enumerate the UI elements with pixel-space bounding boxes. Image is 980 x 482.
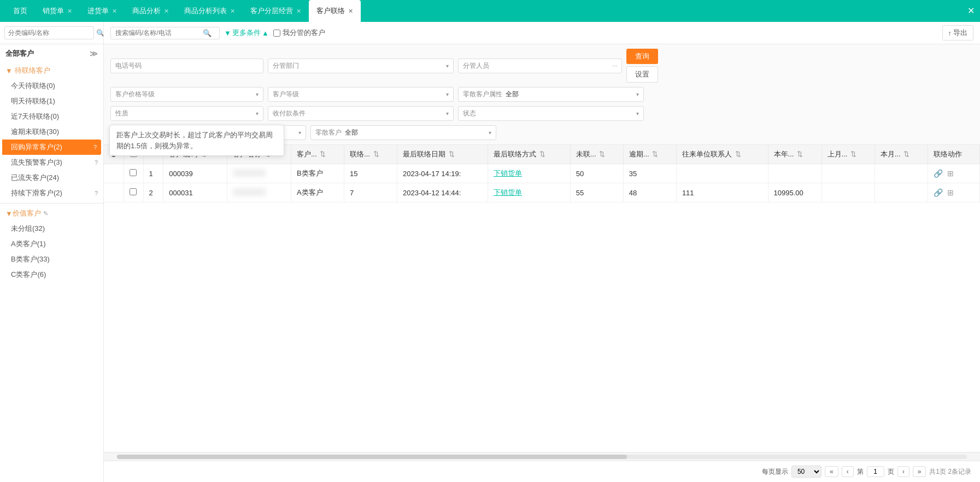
nav-customer-segmentation[interactable]: 客户分层经营 ✕ [243,0,309,22]
retail-attribute-filter[interactable]: 零散客户属性 全部 ▾ [458,87,644,102]
sidebar-item-class-b[interactable]: B类客户(33) [0,252,103,267]
page-size-select[interactable]: 50 100 200 [791,466,821,478]
help-icon[interactable]: ? [93,144,97,150]
my-customer-checkbox[interactable] [273,30,280,37]
sidebar-item-lost-customers[interactable]: 已流失客户(24) [0,170,103,185]
nav-purchase-order[interactable]: 进货单 ✕ [80,0,125,22]
nav-product-analysis[interactable]: 商品分析 ✕ [125,0,177,22]
next-page-button[interactable]: › [897,466,909,477]
sidebar-item-class-c[interactable]: C类客户(6) [0,267,103,282]
content-area: 🔍 ▼ 更多条件 ▲ 我分管的客户 ↑ 导出 [104,22,980,482]
window-close-button[interactable]: ✕ [967,5,975,16]
status-filter[interactable]: 状态 ▾ [458,106,644,121]
td-code[interactable]: 000031 [163,183,227,202]
export-button[interactable]: ↑ 导出 [942,25,974,40]
scrollbar-track [117,455,967,459]
th-no-contact[interactable]: 未联... ⇅ [570,145,623,164]
th-contact-count[interactable]: 联络... ⇅ [344,145,397,164]
sidebar-item-class-a[interactable]: A类客户(1) [0,236,103,252]
help-icon[interactable]: ? [95,159,98,166]
sidebar-search-bar: 🔍 [0,22,103,44]
sort-icon: ⇅ [797,150,803,158]
nav-home[interactable]: 首页 [5,0,35,22]
phone-filter[interactable]: 电话号码 [110,59,263,73]
payment-filter[interactable]: 收付款条件 ▾ [268,106,454,121]
td-unit-contact: 111 [676,183,768,202]
td-last-method[interactable]: 下销货单 [488,164,571,183]
td-checkbox[interactable] [124,183,143,202]
sidebar-search-input[interactable] [4,26,94,39]
grid-action-icon[interactable]: ⊞ [947,169,954,178]
customer-price-filter[interactable]: 客户价格等级 ▾ [110,87,263,102]
td-this-month [875,183,928,202]
pagination-bar: 每页显示 50 100 200 « ‹ 第 页 › » 共1页 2条记录 [104,461,980,482]
td-checkbox[interactable] [124,164,143,183]
sidebar-item-overdue-pending[interactable]: 逾期未联络(30) [0,124,103,140]
sidebar-item-declining-customers[interactable]: 持续下滑客户(2) ? [0,185,103,201]
sidebar-item-today-pending[interactable]: 今天待联络(0) [0,78,103,94]
page-number-input[interactable] [867,466,884,477]
sidebar-value-customers-section[interactable]: ▼ 价值客户 ✎ [0,206,103,221]
th-last-contact-date[interactable]: 最后联络日期 ⇅ [397,145,488,164]
gender-filter[interactable]: 性质 ▾ [110,106,263,121]
more-conditions-button[interactable]: ▼ 更多条件 ▲ [224,28,269,38]
first-page-button[interactable]: « [825,466,838,477]
th-action: 联络动作 [928,145,979,164]
sidebar-item-lost-warning[interactable]: 流失预警客户(3) ? [0,155,103,170]
grid-action-icon[interactable]: ⊞ [947,188,954,197]
search-icon[interactable]: 🔍 [96,29,104,37]
td-code[interactable]: 000039 [163,164,227,183]
toolbar: 🔍 ▼ 更多条件 ▲ 我分管的客户 ↑ 导出 [104,22,980,44]
filter-icon: ▼ [224,29,231,37]
close-icon[interactable]: ✕ [112,8,117,15]
chevron-down-icon: ▾ [446,91,449,97]
th-this-month[interactable]: 本月... ⇅ [875,145,928,164]
td-this-month [875,164,928,183]
dept-filter[interactable]: 分管部门 ▾ [268,59,454,73]
query-button[interactable]: 查询 [626,49,658,64]
scrollbar-thumb[interactable] [117,455,627,459]
th-this-year[interactable]: 本年... ⇅ [768,145,821,164]
sort-icon: ⇅ [652,150,658,158]
filter-row-2: 客户价格等级 ▾ 客户等级 ▾ 零散客户属性 全部 ▾ [110,87,973,102]
close-icon[interactable]: ✕ [296,8,301,15]
th-unit-contact[interactable]: 往来单位联系人 ⇅ [676,145,768,164]
close-icon[interactable]: ✕ [164,8,169,15]
help-icon[interactable]: ? [95,190,98,196]
edit-icon[interactable]: ✎ [43,210,48,217]
nav-customer-contact[interactable]: 客户联络 ✕ [309,0,361,22]
sidebar-item-unclassified[interactable]: 未分组(32) [0,221,103,236]
search-input[interactable] [115,29,203,37]
nav-product-analysis-list[interactable]: 商品分析列表 ✕ [177,0,243,22]
sidebar-pending-contact-section[interactable]: ▼ 待联络客户 [0,63,103,78]
td-this-year [768,164,821,183]
td-last-method[interactable]: 下销货单 [488,183,571,202]
sidebar-item-7days-pending[interactable]: 近7天待联络(0) [0,109,103,124]
last-page-button[interactable]: » [913,466,926,477]
sidebar-item-repurchase-anomaly[interactable]: 回购异常客户(2) ? [2,140,101,155]
td-last-month [821,183,875,202]
customer-level-filter[interactable]: 客户等级 ▾ [268,87,454,102]
close-icon[interactable]: ✕ [348,8,353,15]
link-action-icon[interactable]: 🔗 [934,169,943,178]
person-filter[interactable]: 分管人员 ··· [458,59,622,73]
row-checkbox[interactable] [130,188,137,195]
th-overdue[interactable]: 逾期... ⇅ [623,145,676,164]
th-last-contact-method[interactable]: 最后联络方式 ⇅ [488,145,571,164]
th-customer-type[interactable]: 客户... ⇅ [291,145,344,164]
nav-sales-order[interactable]: 销货单 ✕ [35,0,80,22]
close-icon[interactable]: ✕ [67,8,72,15]
close-icon[interactable]: ✕ [230,8,235,15]
chevron-down-icon: ▾ [256,91,259,97]
horizontal-scrollbar[interactable] [104,452,980,461]
sidebar-item-tomorrow-pending[interactable]: 明天待联络(1) [0,94,103,109]
row-checkbox[interactable] [130,169,137,176]
retail-customer-filter[interactable]: 零散客户 全部 ▾ [310,125,496,140]
link-action-icon[interactable]: 🔗 [934,188,943,197]
th-last-month[interactable]: 上月... ⇅ [821,145,875,164]
settings-button[interactable]: 设置 [626,66,658,83]
search-icon[interactable]: 🔍 [203,29,212,37]
collapse-icon[interactable]: ≫ [90,49,98,58]
prev-page-button[interactable]: ‹ [842,466,854,477]
tooltip-box: 距客户上次交易时长，超过了此客户的平均交易周期的1.5倍，则视为异常。 [109,125,284,156]
